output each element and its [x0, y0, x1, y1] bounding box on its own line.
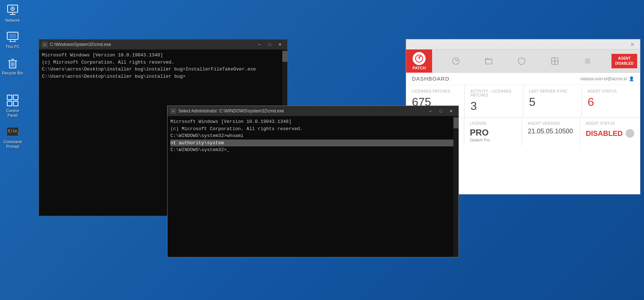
cmd-line-selected: nt authority\system — [170, 140, 456, 147]
cmd-2-titlebar: ▪ Select Administrator: C:\WINDOWS\syste… — [167, 106, 458, 116]
nav-folder-icon[interactable] — [482, 56, 496, 67]
patch-header-bar: DASHBOARD natasa.ous+ul@acros.si 👤 — [406, 73, 640, 85]
agent-version-cell: AGENT VERSION 21.05.05.10500 — [522, 118, 580, 146]
license-type: PRO — [470, 128, 516, 138]
cmd-1-controls: ─ □ ✕ — [255, 41, 284, 48]
last-sync-cell: LAST SERVER SYNC 5 — [523, 85, 582, 117]
agent-status-bottom-value: DISABLED — [586, 129, 623, 138]
svg-rect-27 — [486, 59, 492, 64]
cmd-2-close[interactable]: ✕ — [446, 107, 456, 115]
cmd-1-close[interactable]: ✕ — [275, 41, 284, 48]
svg-rect-7 — [9, 34, 16, 38]
control-panel-label: Control Panel — [2, 108, 23, 118]
network-label: Network — [5, 18, 20, 23]
cmd-line: (c) Microsoft Corporation. All rights re… — [42, 59, 284, 66]
agent-status-top-label: AGENT STATUS — [588, 89, 634, 93]
cmd-line: C:\WINDOWS\system32>whoami — [170, 132, 456, 140]
dashboard-title: DASHBOARD — [412, 76, 449, 82]
svg-text:C:\>_: C:\>_ — [8, 129, 19, 133]
cmd-1-maximize[interactable]: □ — [265, 41, 274, 48]
patch-logo: PATCH — [406, 50, 432, 73]
recycle-bin-icon — [6, 56, 19, 69]
cmd-line: C:\Users\acros\Desktop\installer bug\ins… — [42, 73, 284, 80]
cmd-1-titlebar: ▪ C:\Windows\System32\cmd.exe ─ □ ✕ — [39, 39, 287, 50]
cmd-2-controls: ─ □ ✕ — [426, 107, 456, 115]
cmd-window-2: ▪ Select Administrator: C:\WINDOWS\syste… — [167, 106, 459, 257]
svg-rect-19 — [7, 101, 12, 106]
cmd-2-scrollbar[interactable] — [453, 116, 458, 257]
activity-label: ACTIVITY - LICENSED PATCHES — [470, 89, 517, 97]
svg-rect-17 — [7, 95, 12, 100]
nav-grid-icon[interactable] — [548, 56, 562, 67]
this-pc-label: This PC — [5, 44, 19, 49]
svg-rect-20 — [13, 101, 18, 106]
user-info: natasa.ous+ul@acros.si 👤 — [580, 76, 634, 81]
activity-cell: ACTIVITY - LICENSED PATCHES 3 — [465, 85, 523, 117]
cmd-1-minimize[interactable]: ─ — [255, 41, 264, 48]
agent-status-bottom-cell: AGENT STATUS DISABLED — [580, 118, 640, 146]
cmd-1-title: C:\Windows\System32\cmd.exe — [50, 42, 255, 47]
cmd-2-maximize[interactable]: □ — [436, 107, 445, 115]
this-pc-icon — [6, 30, 19, 43]
user-icon: 👤 — [629, 76, 634, 81]
agent-status-bottom-label: AGENT STATUS — [586, 121, 634, 125]
desktop-icon-network[interactable]: Network — [2, 4, 23, 23]
desktop-icon-this-pc[interactable]: This PC — [2, 30, 23, 49]
patch-logo-icon — [413, 52, 426, 65]
licensed-patches-label: LICENSED PATCHES — [412, 89, 458, 93]
desktop-icon-command-prompt[interactable]: C:\>_ Command Prompt — [2, 125, 23, 149]
agent-version-label: AGENT VERSION — [528, 121, 574, 125]
patch-logo-label: PATCH — [413, 66, 426, 70]
cmd-1-scrollbar-thumb — [282, 51, 287, 62]
desktop-icons: Network This PC Recycle Bin — [0, 0, 25, 300]
cmd-2-title: Select Administrator: C:\WINDOWS\system3… — [178, 108, 426, 113]
cmd-line: Microsoft Windows [Version 10.0.19043.13… — [170, 118, 456, 125]
license-sub: Opatch Pro — [470, 138, 516, 142]
agent-disabled-button[interactable]: AGENTDISABLED — [612, 54, 637, 68]
agent-avatar — [626, 129, 634, 138]
license-cell: LICENSE PRO Opatch Pro — [464, 118, 522, 146]
activity-value: 3 — [470, 99, 517, 113]
nav-list-icon[interactable] — [581, 56, 595, 67]
patch-close[interactable]: ✕ — [628, 41, 637, 48]
nav-shield-icon[interactable] — [515, 56, 528, 67]
cmd-2-title-icon: ▪ — [170, 108, 176, 114]
patch-titlebar: ✕ — [406, 39, 640, 50]
patch-navbar: PATCH — [406, 50, 640, 73]
patch-nav-icons — [432, 56, 612, 67]
cmd-2-body[interactable]: Microsoft Windows [Version 10.0.19043.13… — [167, 116, 458, 257]
control-panel-icon — [6, 94, 19, 107]
recycle-bin-label: Recycle Bin — [2, 71, 23, 76]
svg-rect-18 — [13, 95, 18, 100]
last-sync-value: 5 — [529, 95, 576, 109]
cmd-line: (c) Microsoft Corporation. All rights re… — [170, 125, 456, 133]
username: natasa.ous+ul@acros.si — [580, 76, 627, 81]
desktop-icon-recycle-bin[interactable]: Recycle Bin — [2, 56, 23, 76]
license-label: LICENSE — [470, 121, 516, 125]
agent-status-top-value: 6 — [588, 95, 634, 109]
desktop-icon-control-panel[interactable]: Control Panel — [2, 94, 23, 118]
cmd-line: Microsoft Windows [Version 10.0.19043.13… — [42, 52, 284, 59]
cmd-line: C:\WINDOWS\system32>_ — [170, 146, 456, 154]
command-prompt-label: Command Prompt — [2, 140, 23, 149]
cmd-1-title-icon: ▪ — [42, 42, 48, 47]
agent-status-top-cell: AGENT STATUS 6 — [582, 85, 640, 117]
agent-version-value: 21.05.05.10500 — [528, 128, 574, 135]
nav-dashboard-icon[interactable] — [449, 56, 463, 67]
cmd-2-minimize[interactable]: ─ — [426, 107, 435, 115]
cmd-line: C:\Users\acros\Desktop\installer bug\ins… — [42, 66, 284, 73]
last-sync-label: LAST SERVER SYNC — [529, 89, 576, 93]
network-icon — [6, 4, 19, 17]
cmd-2-scrollbar-thumb — [453, 117, 458, 128]
command-prompt-icon: C:\>_ — [6, 125, 19, 138]
agent-disabled-label: AGENTDISABLED — [615, 56, 634, 66]
